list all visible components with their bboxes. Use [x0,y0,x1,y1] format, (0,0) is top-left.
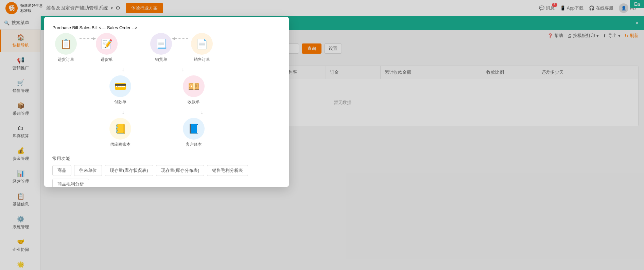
flow-node-customer-account[interactable]: 📘 客户账本 [180,115,207,150]
customer-account-label: 客户账本 [186,142,202,147]
func-buttons-row-1: 商品 往来单位 现存量(库存状况表) 现存量(库存分布表) 销售毛利分析表 商品… [52,165,281,187]
flow-node-sales-order[interactable]: 📄 销售订单 [188,30,215,65]
flow-node-receipt-bill[interactable]: 💴 收款单 [180,73,207,108]
flow-node-payment-bill[interactable]: 💳 付款单 [107,73,134,108]
flow-col-supplier-account: 📒 供应商账本 [107,115,134,150]
common-func-title: 常用功能 [52,156,281,162]
purchase-bill-circle: 📝 [96,33,118,55]
sales-order-circle: 📄 [191,33,213,55]
flow-col-purchase-order: 📋 进货订单 [52,30,80,65]
sales-order-arrow: ◀ [175,30,188,41]
purchase-order-circle: 📋 [55,33,77,55]
func-btn-trading-partner[interactable]: 往来单位 [74,165,102,176]
flow-node-supplier-account[interactable]: 📒 供应商账本 [107,115,134,150]
flow-col-purchase-bill: 📝 进货单 [93,30,120,65]
flow-col-sales-order: 📄 销售订单 [188,30,215,65]
payment-bill-circle: 💳 [109,75,131,97]
sales-bill-label: 销货单 [155,57,167,62]
func-btn-product-profit[interactable]: 商品毛利分析 [52,179,89,187]
func-btn-inventory-dist[interactable]: 现存量(库存分布表) [156,165,205,176]
flow-node-purchase-order[interactable]: 📋 进货订单 [52,30,80,65]
flow-col-receipt-bill: 💴 收款单 [180,73,207,108]
supplier-account-circle: 📒 [109,118,131,140]
receipt-bill-circle: 💴 [183,75,205,97]
flow-col-customer-account: 📘 客户账本 [180,115,207,150]
quick-nav-dialog: Purchase Bill Sales Bill <--- Sales Orde… [44,17,289,187]
func-btn-inventory-status[interactable]: 现存量(库存状况表) [105,165,153,176]
func-btn-sales-profit[interactable]: 销售毛利分析表 [207,165,248,176]
sales-order-label: 销售订单 [194,57,210,62]
flow-col-sales-bill: 📃 销货单 [147,30,175,65]
purchase-order-label: 进货订单 [58,57,74,62]
flow-col-payment-bill: 💳 付款单 [107,73,134,108]
func-btn-product[interactable]: 商品 [52,165,71,176]
sales-bill-circle: 📃 [150,33,172,55]
supplier-account-label: 供应商账本 [110,142,130,147]
flow-node-sales-bill[interactable]: 📃 销货单 [147,30,175,65]
purchase-order-arrow: ▶ [80,30,93,41]
purchase-bill-label: 进货单 [101,57,113,62]
payment-bill-label: 付款单 [114,99,126,105]
receipt-bill-label: 收款单 [188,99,200,105]
flow-node-purchase-bill[interactable]: 📝 进货单 [93,30,120,65]
customer-account-circle: 📘 [183,118,205,140]
